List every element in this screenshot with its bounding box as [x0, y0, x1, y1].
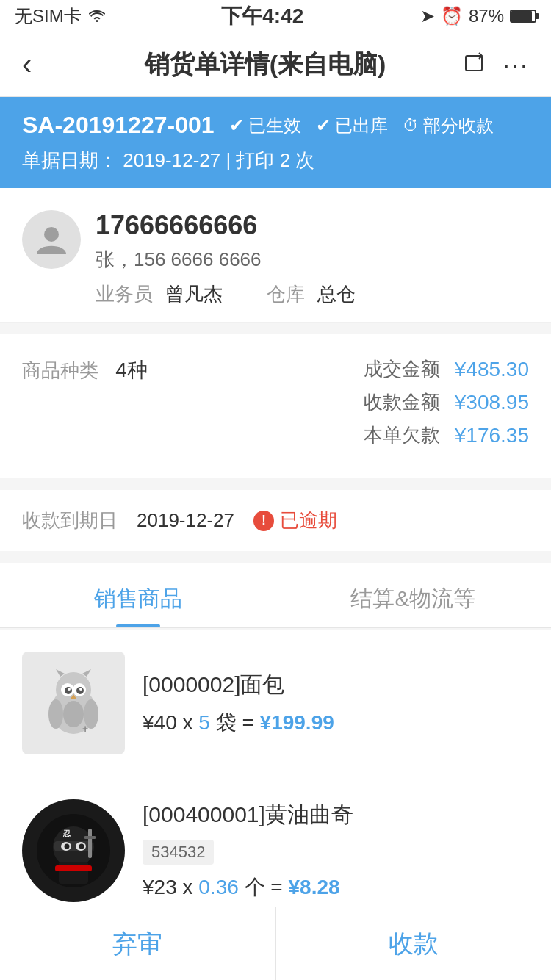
location-icon: ➤ [420, 6, 435, 26]
more-button[interactable]: ··· [503, 49, 529, 80]
owed-amount: 本单欠款 ¥176.35 [364, 422, 529, 448]
product-code-2: [000400001] [143, 802, 265, 826]
overdue-badge: ! 已逾期 [253, 508, 337, 533]
tab-products-label: 销售商品 [94, 584, 182, 614]
price-base-1: ¥40 [143, 711, 177, 734]
warehouse-label: 仓库 [267, 283, 305, 305]
wifi-icon [89, 6, 105, 26]
product-image-1: + [22, 652, 125, 754]
owed-label: 本单欠款 [364, 422, 440, 448]
product-info-2: [000400001]黄油曲奇 534532 ¥23 x 0.36 个 = ¥8… [143, 800, 529, 901]
customer-phone: 张，156 6666 6666 [96, 247, 529, 273]
header-banner-top: SA-20191227-001 ✔ 已生效 ✔ 已出库 ⏱ 部分收款 [22, 112, 529, 139]
customer-id: 17666666666 [96, 210, 529, 241]
product-image-2: 忍 [22, 799, 125, 902]
category-stats: 商品种类 4种 [22, 356, 148, 384]
price-x-1: x [183, 711, 199, 734]
owed-value: ¥176.35 [455, 424, 529, 447]
tab-underline [116, 624, 160, 627]
equals-2: = [270, 876, 288, 898]
badge-shipped: ✔ 已出库 [316, 114, 388, 137]
page-title: 销货单详情(来自电脑) [145, 48, 386, 82]
battery-text: 87% [469, 6, 504, 26]
tab-settlement-label: 结算&物流等 [350, 584, 475, 614]
date-label: 单据日期： [22, 149, 118, 171]
share-button[interactable] [464, 50, 488, 79]
confirm-button[interactable]: 收款 [276, 907, 552, 980]
customer-section: 17666666666 张，156 6666 6666 业务员 曾凡杰 仓库 总… [0, 188, 551, 323]
print-info: | 打印 2 次 [226, 149, 314, 171]
back-button[interactable]: ‹ [22, 48, 66, 81]
collected-value: ¥308.95 [455, 391, 529, 414]
price-x-2: x [183, 876, 199, 898]
clock-icon: ⏱ [403, 116, 419, 135]
transaction-label: 成交金额 [364, 356, 440, 382]
svg-text:+: + [82, 723, 88, 735]
due-label: 收款到期日 [22, 508, 118, 533]
unit-2: 个 [245, 876, 265, 898]
salesman-info: 业务员 曾凡杰 [96, 281, 223, 307]
products-section: + [0000002]面包 ¥40 x 5 袋 = ¥199.99 [0, 630, 551, 925]
price-base-2: ¥23 [143, 876, 177, 898]
due-section: 收款到期日 2019-12-27 ! 已逾期 [0, 490, 551, 551]
transaction-value: ¥485.30 [455, 358, 529, 381]
carrier-text: 无SIM卡 [15, 4, 82, 28]
equals-1: = [242, 711, 259, 734]
sku-badge: 534532 [143, 840, 214, 865]
bottom-bar: 弃审 收款 [0, 907, 551, 980]
battery-icon [510, 10, 536, 23]
product-code-1: [0000002] [143, 672, 240, 696]
customer-info: 17666666666 张，156 6666 6666 业务员 曾凡杰 仓库 总… [96, 210, 529, 307]
svg-point-15 [48, 699, 63, 729]
stats-grid: 商品种类 4种 成交金额 ¥485.30 收款金额 ¥308.95 本单欠款 ¥… [22, 356, 529, 455]
stats-left: 商品种类 4种 [22, 356, 148, 455]
nav-bar: ‹ 销货单详情(来自电脑) ··· [0, 32, 551, 97]
collected-label: 收款金额 [364, 389, 440, 415]
qty-1: 5 [198, 711, 210, 734]
svg-rect-25 [59, 862, 88, 884]
svg-rect-27 [88, 829, 92, 858]
category-value: 4种 [115, 359, 148, 381]
svg-point-11 [68, 688, 71, 691]
tab-settlement[interactable]: 结算&物流等 [276, 563, 551, 627]
stats-section: 商品种类 4种 成交金额 ¥485.30 收款金额 ¥308.95 本单欠款 ¥… [0, 334, 551, 478]
nav-actions: ··· [464, 49, 529, 80]
avatar [22, 210, 81, 269]
qty-2: 0.36 [198, 876, 239, 898]
svg-point-2 [44, 227, 59, 242]
product-item-2: 忍 [000400001]黄油曲奇 534532 ¥23 x 0.36 个 = … [0, 777, 551, 925]
svg-point-12 [79, 688, 82, 691]
salesman-value: 曾凡杰 [165, 283, 223, 305]
warehouse-value: 总仓 [317, 283, 356, 305]
warehouse-info: 仓库 总仓 [267, 281, 356, 307]
product-item: + [0000002]面包 ¥40 x 5 袋 = ¥199.99 [0, 630, 551, 777]
product-name-1: [0000002]面包 [143, 670, 529, 700]
header-banner: SA-20191227-001 ✔ 已生效 ✔ 已出库 ⏱ 部分收款 单据日期：… [0, 97, 551, 188]
badge-activated: ✔ 已生效 [229, 114, 301, 137]
status-bar: 无SIM卡 下午4:42 ➤ ⏰ 87% [0, 0, 551, 32]
cancel-button[interactable]: 弃审 [0, 907, 276, 980]
check-icon-1: ✔ [229, 115, 244, 136]
svg-point-23 [65, 844, 70, 849]
badge-partial-payment: ⏱ 部分收款 [403, 114, 494, 137]
total-2: ¥8.28 [288, 876, 339, 898]
product-price-2: ¥23 x 0.36 个 = ¥8.28 [143, 873, 529, 901]
product-name-2: [000400001]黄油曲奇 [143, 800, 529, 830]
total-1: ¥199.99 [260, 711, 334, 734]
due-date-value: 2019-12-27 [137, 509, 234, 532]
stats-right: 成交金额 ¥485.30 收款金额 ¥308.95 本单欠款 ¥176.35 [364, 356, 529, 455]
product-price-1: ¥40 x 5 袋 = ¥199.99 [143, 709, 529, 737]
alarm-icon: ⏰ [441, 6, 463, 26]
unit-1: 袋 [216, 711, 237, 734]
overdue-label: 已逾期 [280, 508, 337, 533]
salesman-label: 业务员 [96, 283, 153, 305]
category-label: 商品种类 [22, 359, 98, 381]
tab-products[interactable]: 销售商品 [0, 563, 276, 627]
collected-amount: 收款金额 ¥308.95 [364, 389, 529, 415]
svg-rect-20 [54, 841, 93, 851]
status-bar-time: 下午4:42 [221, 2, 303, 30]
overdue-icon: ! [253, 511, 274, 531]
transaction-amount: 成交金额 ¥485.30 [364, 356, 529, 382]
svg-point-14 [63, 701, 84, 727]
svg-rect-26 [55, 865, 92, 871]
